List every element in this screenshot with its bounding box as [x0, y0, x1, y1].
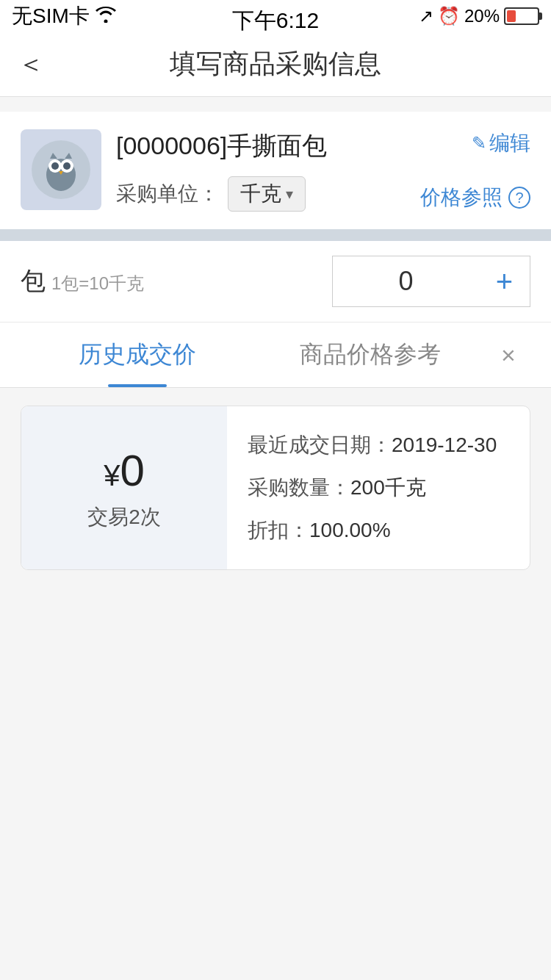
transaction-card: ¥0 交易2次 最近成交日期：2019-12-30 采购数量：200千克 折扣：…: [21, 406, 530, 570]
dropdown-arrow-icon: ▾: [286, 185, 293, 203]
quantity-detail-label: 采购数量：: [248, 476, 350, 499]
card-container: ¥0 交易2次 最近成交日期：2019-12-30 采购数量：200千克 折扣：…: [0, 388, 551, 588]
status-left: 无SIM卡: [12, 2, 116, 30]
wifi-icon: [96, 4, 116, 28]
quantity-detail-value: 200千克: [350, 476, 426, 499]
close-icon: ×: [501, 341, 516, 370]
help-icon: ?: [508, 187, 530, 209]
tabs-bar: 历史成交价 商品价格参考 ×: [0, 323, 551, 388]
recent-date-row: 最近成交日期：2019-12-30: [248, 430, 509, 461]
card-left: ¥0 交易2次: [21, 406, 227, 569]
svg-point-5: [63, 162, 71, 170]
edit-icon: ✎: [472, 133, 486, 154]
card-right: 最近成交日期：2019-12-30 采购数量：200千克 折扣：100.00%: [227, 406, 530, 569]
qty-sub-label: 1包=10千克: [51, 272, 144, 295]
unit-label: 采购单位：: [116, 180, 219, 208]
status-right: ↗ ⏰ 20%: [419, 6, 539, 26]
price-ref-label: 价格参照: [420, 184, 503, 212]
tab-price-reference-label: 商品价格参考: [300, 339, 441, 371]
price-value: 0: [120, 446, 144, 495]
transaction-count: 交易2次: [87, 503, 161, 531]
product-name: [0000006]手撕面包: [116, 129, 530, 163]
quantity-label: 包 1包=10千克: [21, 264, 144, 298]
alarm-icon: ⏰: [438, 6, 460, 26]
discount-row: 折扣：100.00%: [248, 515, 509, 546]
location-icon: ↗: [419, 6, 433, 26]
plus-button[interactable]: +: [479, 256, 530, 307]
qty-main-label: 包: [21, 264, 46, 298]
product-image: [21, 129, 101, 210]
quantity-controls: 0 +: [332, 256, 530, 307]
discount-value: 100.00%: [309, 519, 391, 541]
recent-date-label: 最近成交日期：: [248, 433, 392, 456]
battery-icon: [504, 7, 539, 25]
nav-bar: ＜ 填写商品采购信息: [0, 32, 551, 97]
page-title: 填写商品采购信息: [170, 46, 381, 82]
unit-value: 千克: [240, 180, 281, 208]
quantity-detail-row: 采购数量：200千克: [248, 472, 509, 503]
tab-price-reference[interactable]: 商品价格参考: [253, 323, 486, 387]
unit-selector[interactable]: 千克 ▾: [228, 176, 306, 212]
discount-label: 折扣：: [248, 519, 309, 541]
close-button[interactable]: ×: [486, 323, 530, 387]
back-button[interactable]: ＜: [18, 46, 44, 82]
svg-point-4: [51, 162, 59, 170]
section-divider: [0, 229, 551, 241]
edit-button[interactable]: ✎ 编辑: [472, 129, 530, 157]
status-bar: 无SIM卡 下午6:12 ↗ ⏰ 20%: [0, 0, 551, 32]
battery-percent: 20%: [464, 6, 500, 26]
quantity-row: 包 1包=10千克 0 +: [0, 241, 551, 323]
currency-symbol: ¥: [104, 459, 120, 491]
edit-label: 编辑: [489, 129, 530, 157]
tab-history-price-label: 历史成交价: [79, 339, 196, 371]
price-display: ¥0: [104, 445, 145, 496]
status-time: 下午6:12: [232, 6, 319, 36]
recent-date-value: 2019-12-30: [392, 433, 497, 456]
carrier-text: 无SIM卡: [12, 2, 90, 30]
tab-history-price[interactable]: 历史成交价: [21, 323, 253, 387]
quantity-input[interactable]: 0: [332, 256, 479, 307]
product-card: [0000006]手撕面包 采购单位： 千克 ▾ ✎ 编辑 价格参照 ?: [0, 112, 551, 229]
price-ref-button[interactable]: 价格参照 ?: [420, 184, 530, 212]
page-background: [0, 588, 551, 980]
tab-underline: [108, 384, 167, 387]
